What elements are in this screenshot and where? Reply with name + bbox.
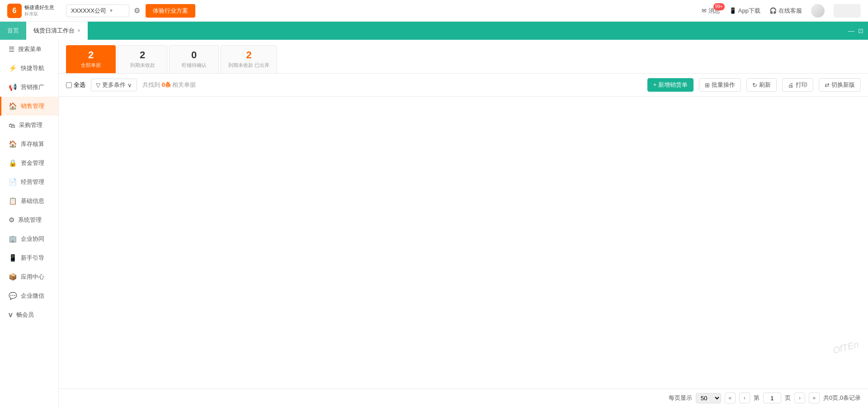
sidebar-item-wechat[interactable]: 💬 企业微信 — [0, 286, 58, 305]
stat-number-overdue-shipped: 2 — [228, 49, 269, 61]
avatar-image — [811, 4, 825, 18]
sidebar-item-app-center[interactable]: 📦 应用中心 — [0, 267, 58, 286]
current-tab-label: 钱货日清工作台 — [33, 27, 75, 35]
table-area — [59, 97, 868, 388]
page-suffix: 页 — [785, 394, 791, 402]
stat-tab-pending[interactable]: 0 旺铺待确认 — [169, 45, 219, 73]
sidebar-label-member: 畅会员 — [16, 311, 34, 319]
message-action[interactable]: ✉ 消息 99+ — [702, 7, 720, 15]
online-service-label: 在线客服 — [778, 7, 802, 15]
tab-expand-icon[interactable]: ⊡ — [858, 27, 863, 34]
pagination: 每页显示 50 10 20 100 « ‹ 第 页 › » 共0页,0条记录 — [59, 388, 868, 407]
sidebar-item-quick-nav[interactable]: ⚡ 快捷导航 — [0, 59, 58, 78]
next-page-button[interactable]: › — [794, 393, 805, 403]
sidebar-item-sales[interactable]: 🏠 销售管理 — [0, 97, 58, 116]
download-icon: 📱 — [729, 7, 736, 14]
filter-button[interactable]: ▽ 更多条件 ∨ — [91, 79, 137, 91]
finance-icon: 🔒 — [9, 159, 17, 167]
sidebar-item-basic-info[interactable]: 📋 基础信息 — [0, 192, 58, 211]
prev-page-button[interactable]: ‹ — [739, 393, 750, 403]
sidebar-item-inventory[interactable]: 🏠 库存核算 — [0, 135, 58, 154]
tab-current[interactable]: 钱货日清工作台 × — [26, 22, 88, 40]
filter-chevron-icon: ∨ — [127, 82, 132, 89]
company-selector[interactable]: XXXXXX公司 ▼ — [66, 5, 129, 17]
sidebar-label-system: 系统管理 — [18, 216, 42, 224]
sidebar-label-guide: 新手引导 — [21, 254, 44, 262]
logo-icon: 6 — [7, 4, 22, 18]
inventory-icon: 🏠 — [9, 140, 17, 148]
stat-label-overdue-shipped: 到期未收款 已出库 — [228, 62, 269, 69]
per-page-select[interactable]: 50 10 20 100 — [696, 393, 721, 403]
select-all-input[interactable] — [66, 82, 72, 88]
sidebar-item-finance[interactable]: 🔒 资金管理 — [0, 154, 58, 173]
message-badge: 99+ — [713, 3, 725, 10]
sidebar-item-search-menu[interactable]: ☰ 搜索菜单 — [0, 40, 58, 59]
refresh-label: 刷新 — [759, 81, 771, 89]
sidebar-label-basic-info: 基础信息 — [21, 197, 44, 205]
sidebar-item-marketing[interactable]: 📢 营销推广 — [0, 78, 58, 97]
stat-number-pending: 0 — [177, 49, 211, 61]
first-page-icon: « — [729, 395, 732, 401]
service-icon: 🎧 — [769, 7, 777, 14]
prev-page-icon: ‹ — [744, 395, 745, 401]
sidebar-label-search-menu: 搜索菜单 — [18, 45, 42, 53]
top-header: 6 畅捷通好生意 标准版 XXXXXX公司 ▼ ⚙ 体验行业方案 ✉ 消息 99… — [0, 0, 868, 22]
tab-home[interactable]: 首页 — [0, 22, 26, 40]
sidebar-item-guide[interactable]: 📱 新手引导 — [0, 248, 58, 267]
print-button[interactable]: 🖨 打印 — [782, 78, 813, 92]
tab-collapse-icon[interactable]: — — [848, 27, 854, 34]
select-all-label: 全选 — [74, 81, 85, 89]
sidebar-label-marketing: 营销推广 — [21, 83, 44, 91]
header-right: ✉ 消息 99+ 📱 App下载 🎧 在线客服 — [702, 4, 861, 18]
last-page-icon: » — [813, 395, 816, 401]
sidebar-label-operations: 经营管理 — [21, 178, 44, 186]
stat-tab-all[interactable]: 2 全部单据 — [66, 45, 116, 73]
avatar-extra[interactable] — [834, 4, 861, 18]
member-icon: V — [9, 312, 13, 318]
home-tab-label: 首页 — [7, 27, 19, 35]
last-page-button[interactable]: » — [809, 393, 820, 403]
switch-version-button[interactable]: ⇄ 切换新版 — [819, 78, 861, 92]
filter-icon: ▽ — [96, 82, 100, 89]
sidebar-item-operations[interactable]: 📄 经营管理 — [0, 173, 58, 192]
new-sales-button[interactable]: + 新增销货单 — [647, 78, 693, 92]
stats-tabs: 2 全部单据 2 到期未收款 0 旺铺待确认 2 到期未收款 已出库 — [59, 40, 868, 74]
stat-tab-overdue[interactable]: 2 到期未收款 — [118, 45, 167, 73]
online-service-action[interactable]: 🎧 在线客服 — [769, 7, 802, 15]
filter-label: 更多条件 — [102, 81, 126, 89]
result-text: 共找到 0条 相关单据 — [142, 81, 196, 89]
refresh-button[interactable]: ↻ 刷新 — [746, 78, 777, 92]
sidebar-item-purchase[interactable]: 🛍 采购管理 — [0, 116, 58, 135]
main-layout: ☰ 搜索菜单 ⚡ 快捷导航 📢 营销推广 🏠 销售管理 🛍 采购管理 🏠 库存核… — [0, 40, 868, 407]
message-icon: ✉ — [702, 7, 707, 14]
result-count: 0条 — [162, 81, 171, 88]
settings-icon[interactable]: ⚙ — [134, 6, 140, 15]
page-input[interactable] — [763, 393, 781, 403]
sidebar-label-app-center: 应用中心 — [21, 273, 44, 281]
sidebar-item-member[interactable]: V 畅会员 — [0, 305, 58, 324]
sidebar-label-finance: 资金管理 — [21, 159, 44, 167]
sidebar-item-enterprise[interactable]: 🏢 企业协同 — [0, 229, 58, 248]
marketing-icon: 📢 — [9, 83, 17, 91]
app-badge: 标准版 — [24, 11, 54, 17]
trial-button[interactable]: 体验行业方案 — [146, 4, 195, 18]
refresh-icon: ↻ — [752, 82, 757, 89]
stat-tab-overdue-shipped[interactable]: 2 到期未收款 已出库 — [221, 45, 277, 73]
system-icon: ⚙ — [9, 216, 14, 224]
batch-operation-button[interactable]: ⊞ 批量操作 — [699, 78, 741, 92]
stat-label-pending: 旺铺待确认 — [177, 62, 211, 69]
tab-close-icon[interactable]: × — [77, 28, 80, 34]
select-all-checkbox[interactable]: 全选 — [66, 81, 85, 89]
sidebar-label-inventory: 库存核算 — [21, 140, 44, 148]
sidebar-label-wechat: 企业微信 — [21, 292, 44, 300]
avatar[interactable] — [811, 4, 825, 18]
operations-icon: 📄 — [9, 178, 17, 186]
sidebar: ☰ 搜索菜单 ⚡ 快捷导航 📢 营销推广 🏠 销售管理 🛍 采购管理 🏠 库存核… — [0, 40, 59, 407]
purchase-icon: 🛍 — [9, 122, 15, 129]
sidebar-item-system[interactable]: ⚙ 系统管理 — [0, 211, 58, 229]
switch-label: 切换新版 — [831, 81, 855, 89]
stat-label-all: 全部单据 — [74, 62, 108, 69]
first-page-button[interactable]: « — [725, 393, 736, 403]
enterprise-icon: 🏢 — [9, 235, 17, 243]
app-download-action[interactable]: 📱 App下载 — [729, 7, 760, 15]
